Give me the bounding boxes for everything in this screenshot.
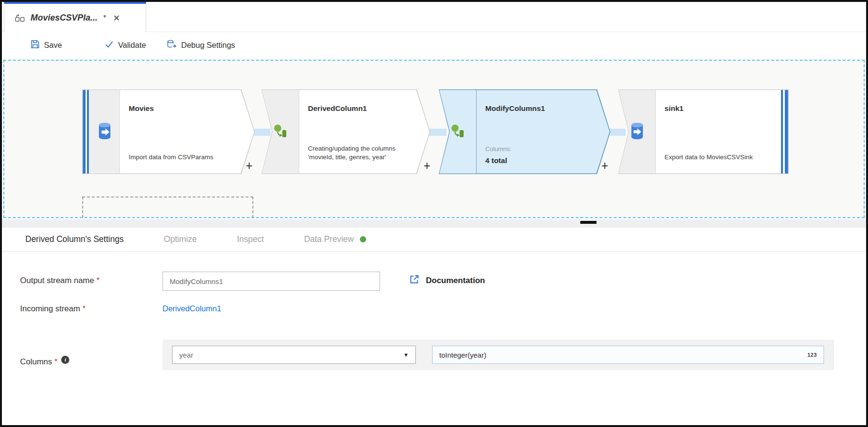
tab-optimize[interactable]: Optimize [164,234,197,244]
add-transform-icon[interactable]: + [601,160,608,172]
node-name: DerivedColumn1 [308,104,367,113]
select-columns-icon [450,123,466,141]
required-marker: * [97,276,99,285]
node-content: DerivedColumn1 Creating/updating the col… [299,90,416,173]
output-stream-name-input[interactable] [163,272,380,291]
sink-stripe [785,90,788,173]
debug-settings-button[interactable]: Debug Settings [167,32,235,58]
tab-dataflow[interactable]: MoviesCSVPla... * ✕ [4,2,146,32]
documentation-link[interactable]: Documentation [409,274,485,287]
node-movies-source[interactable]: Movies Import data from CSVParams [82,89,255,174]
save-icon [31,40,40,51]
validate-button[interactable]: Validate [105,32,146,58]
tab-strip: MoviesCSVPla... * ✕ [2,2,866,32]
source-dataset-icon [98,122,112,142]
node-name: Movies [129,104,154,113]
save-button[interactable]: Save [31,32,62,58]
dataflow-icon [15,13,25,23]
expression-input[interactable]: toInteger(year) 123 [432,346,824,364]
dataflow-editor-window: MoviesCSVPla... * ✕ Save Validate [0,0,868,427]
tab-title: MoviesCSVPla... [31,13,98,23]
node-surface: DerivedColumn1 Creating/updating the col… [262,90,429,173]
node-sink1[interactable]: sink1 Export data to MoviesCSVSink [618,89,789,174]
node-description: Creating/updating the columns 'movieId, … [308,144,415,162]
node-content: sink1 Export data to MoviesCSVSink [656,90,780,173]
add-transform-icon[interactable]: + [246,160,253,172]
node-icon-strip [439,90,477,173]
node-icon-strip [262,90,299,173]
label-text: Columns [20,357,52,366]
tab-inspect[interactable]: Inspect [237,234,264,244]
expression-value: toInteger(year) [439,351,807,359]
label-text: Incoming stream [20,304,80,313]
label-text: Output stream name [20,276,94,285]
add-transform-icon[interactable]: + [423,160,431,172]
panel-splitter [2,219,866,228]
info-icon[interactable]: i [61,356,69,364]
node-description: Import data from CSVParams [129,153,239,162]
debug-database-icon [167,40,177,51]
settings-panel: Derived Column's Settings Optimize Inspe… [2,228,866,425]
node-icon-strip [618,90,656,173]
close-icon[interactable]: ✕ [113,13,120,23]
integer-type-badge: 123 [807,352,817,358]
resize-drag-handle[interactable] [580,221,597,224]
tab-data-preview[interactable]: Data Preview [304,234,354,244]
source-stripe [83,90,86,173]
required-marker: * [83,305,86,313]
dataflow-canvas[interactable]: Movies Import data from CSVParams [2,58,866,219]
required-marker: * [54,358,57,366]
node-content: Movies Import data from CSVParams [120,90,240,173]
sink-stripe [781,90,783,173]
node-columns-count: 4 total [485,156,507,165]
panel-tab-bar: Derived Column's Settings Optimize Inspe… [2,228,866,252]
node-surface: Movies Import data from CSVParams [83,90,254,173]
debug-settings-label: Debug Settings [181,41,235,50]
node-modifycolumns1-selected[interactable]: ModifyColumns1 Columns: 4 total [439,89,610,174]
columns-label: Columns*i [20,356,69,367]
incoming-stream-link[interactable]: DerivedColumn1 [163,304,221,313]
node-surface: sink1 Export data to MoviesCSVSink [618,90,788,173]
columns-editor-row: year ▼ toInteger(year) 123 [163,339,834,370]
node-name: ModifyColumns1 [485,104,545,113]
data-preview-status-dot [360,236,366,242]
column-name-dropdown[interactable]: year ▼ [172,346,416,364]
node-derivedcolumn1[interactable]: DerivedColumn1 Creating/updating the col… [261,89,430,174]
source-stripe [87,90,89,173]
node-description: Export data to MoviesCSVSink [664,153,779,162]
derived-column-icon [273,123,288,141]
node-icon-strip [89,90,120,173]
external-link-icon [409,274,420,287]
output-stream-name-label: Output stream name* [20,276,99,285]
validate-label: Validate [118,41,146,50]
incoming-stream-label: Incoming stream* [20,304,86,314]
node-surface: ModifyColumns1 Columns: 4 total [439,90,609,173]
column-dropdown-value: year [179,351,403,359]
chevron-down-icon: ▼ [403,352,409,358]
node-drop-placeholder [82,197,253,219]
unsaved-indicator: * [103,14,106,22]
documentation-label: Documentation [426,276,485,285]
checkmark-icon [105,40,114,51]
toolbar: Save Validate Debug Settings [2,32,866,58]
save-label: Save [44,41,62,50]
tab-derived-column-settings[interactable]: Derived Column's Settings [25,234,124,244]
node-content: ModifyColumns1 Columns: 4 total [477,90,596,173]
node-columns-label: Columns: [485,145,511,153]
sink-dataset-icon [630,122,644,142]
node-name: sink1 [664,104,684,113]
